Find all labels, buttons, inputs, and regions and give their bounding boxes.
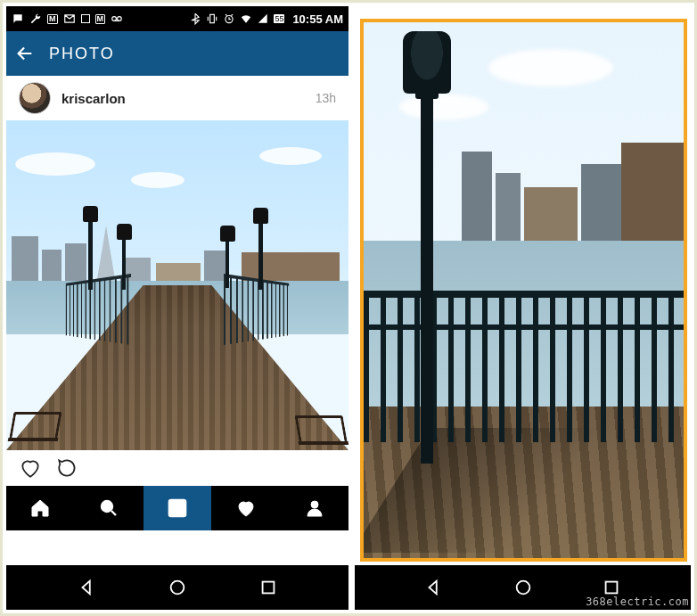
svg-point-6 bbox=[174, 505, 181, 512]
svg-point-1 bbox=[118, 17, 122, 21]
svg-rect-9 bbox=[262, 582, 274, 594]
post-photo[interactable] bbox=[6, 120, 348, 450]
like-icon[interactable] bbox=[19, 456, 42, 480]
gmail-icon: M bbox=[47, 14, 58, 24]
username[interactable]: kriscarlon bbox=[62, 91, 126, 106]
wifi-icon bbox=[240, 12, 252, 25]
android-nav-bar bbox=[6, 565, 348, 610]
voicemail-icon bbox=[111, 12, 123, 25]
tab-activity[interactable] bbox=[211, 486, 280, 530]
nav-home-icon[interactable] bbox=[168, 578, 187, 597]
tab-home[interactable] bbox=[6, 486, 75, 530]
tab-search[interactable] bbox=[75, 486, 144, 530]
mail-icon bbox=[63, 12, 76, 25]
image-icon bbox=[81, 14, 90, 23]
avatar[interactable] bbox=[19, 82, 51, 114]
svg-rect-11 bbox=[606, 582, 618, 594]
watermark: 368electric.com bbox=[586, 595, 689, 608]
cell-icon bbox=[257, 12, 269, 25]
svg-point-0 bbox=[112, 17, 117, 21]
post-age: 13h bbox=[316, 91, 336, 105]
battery-icon: 55 bbox=[274, 14, 284, 23]
message-icon bbox=[12, 12, 24, 25]
tab-profile[interactable] bbox=[280, 486, 348, 530]
nav-back-icon[interactable] bbox=[424, 578, 444, 597]
gmail-icon: M bbox=[95, 14, 106, 24]
app-header: PHOTO bbox=[6, 31, 348, 76]
nav-home-icon[interactable] bbox=[513, 578, 533, 597]
back-icon[interactable] bbox=[15, 44, 35, 63]
status-clock: 10:55 AM bbox=[292, 12, 343, 26]
android-status-bar: M M 55 10:55 AM bbox=[6, 6, 348, 31]
tab-camera[interactable] bbox=[144, 486, 212, 530]
svg-point-10 bbox=[516, 581, 529, 595]
zoom-crop-frame bbox=[360, 19, 687, 562]
wrench-icon bbox=[29, 12, 42, 25]
page-title: PHOTO bbox=[49, 45, 115, 63]
svg-rect-2 bbox=[210, 14, 215, 22]
bluetooth-icon bbox=[189, 12, 201, 25]
bottom-tab-bar bbox=[6, 486, 348, 530]
svg-point-8 bbox=[171, 581, 184, 595]
streetlamp bbox=[421, 33, 433, 464]
comment-icon[interactable] bbox=[56, 456, 79, 480]
phone-screenshot-zoom bbox=[355, 6, 691, 610]
alarm-icon bbox=[223, 12, 235, 25]
svg-point-7 bbox=[311, 501, 318, 508]
svg-point-4 bbox=[102, 501, 112, 512]
phone-screenshot-instagram: M M 55 10:55 AM PHOTO kri bbox=[6, 6, 348, 610]
nav-recent-icon[interactable] bbox=[602, 578, 621, 597]
nav-recent-icon[interactable] bbox=[258, 578, 278, 597]
vibrate-icon bbox=[206, 12, 218, 25]
post-actions bbox=[6, 450, 348, 486]
nav-back-icon[interactable] bbox=[78, 578, 97, 597]
post-header: kriscarlon 13h bbox=[6, 76, 348, 120]
